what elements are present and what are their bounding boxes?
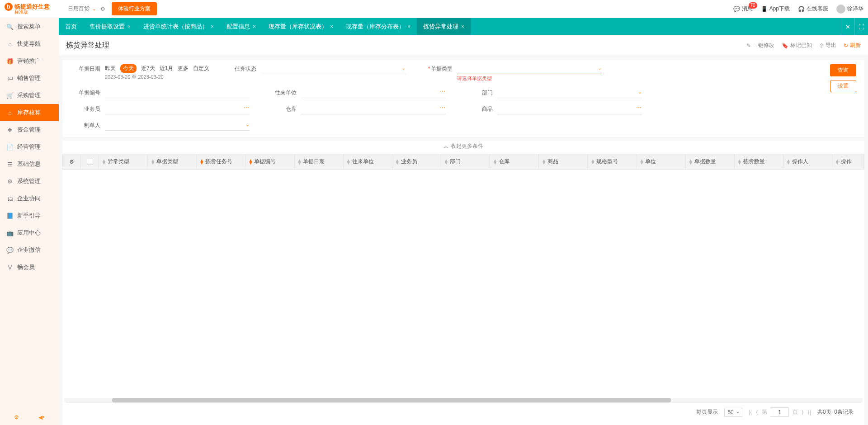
mark-known-button[interactable]: 🔖标记已知 — [782, 42, 812, 49]
tab-2[interactable]: 进货单统计表（按商品）× — [137, 18, 220, 35]
chevron-down-icon[interactable]: ⌄ — [401, 65, 406, 71]
tab-4[interactable]: 现存量（库存状况表）× — [262, 18, 340, 35]
close-icon[interactable]: × — [407, 24, 410, 30]
tab-6[interactable]: 拣货异常处理× — [417, 18, 471, 35]
first-page-button[interactable]: |⟨ — [749, 409, 752, 416]
col-header-3[interactable]: ▲▼单据编号 — [245, 154, 294, 169]
tab-close-all-button[interactable]: ✕ — [841, 18, 854, 35]
col-header-14[interactable]: ▲▼操作人 — [783, 154, 832, 169]
chevron-down-icon[interactable]: ⌄ — [638, 89, 642, 95]
col-header-8[interactable]: ▲▼仓库 — [490, 154, 539, 169]
sidebar-item-2[interactable]: 🎁营销推广 — [0, 52, 59, 70]
goods-input[interactable] — [497, 104, 642, 114]
col-header-15[interactable]: ▲▼操作 — [832, 154, 864, 169]
collapse-filters-button[interactable]: ︽ 收起更多条件 — [62, 141, 864, 154]
close-icon[interactable]: × — [461, 24, 464, 30]
sidebar-item-10[interactable]: 🗂企业协同 — [0, 190, 59, 207]
col-header-6[interactable]: ▲▼业务员 — [392, 154, 441, 169]
app-download-button[interactable]: 📱 App下载 — [761, 5, 790, 13]
last-page-button[interactable]: ⟩| — [807, 409, 811, 416]
sidebar-item-6[interactable]: ❖资金管理 — [0, 121, 59, 138]
tab-fullscreen-button[interactable]: ⛶ — [854, 18, 868, 35]
user-menu[interactable]: 徐泽华 — [836, 5, 863, 14]
export-button[interactable]: ⇪导出 — [819, 42, 836, 49]
sidebar-item-9[interactable]: ⚙系统管理 — [0, 173, 59, 190]
close-icon[interactable]: × — [211, 24, 214, 30]
ellipsis-icon[interactable]: ⋯ — [244, 104, 250, 111]
col-header-13[interactable]: ▲▼拣货数量 — [735, 154, 783, 169]
col-header-0[interactable]: ▲▼异常类型 — [99, 154, 148, 169]
sidebar-item-1[interactable]: ⌂快捷导航 — [0, 35, 59, 52]
footer-gear-icon[interactable]: ⚙ — [14, 414, 19, 420]
col-header-9[interactable]: ▲▼商品 — [539, 154, 588, 169]
chevron-down-icon[interactable]: ⌄ — [598, 65, 602, 71]
sidebar-item-11[interactable]: 📘新手引导 — [0, 207, 59, 224]
sidebar-item-label: 畅会员 — [17, 263, 35, 271]
ellipsis-icon[interactable]: ⋯ — [440, 88, 446, 94]
ellipsis-icon[interactable]: ⋯ — [440, 104, 446, 111]
online-service-button[interactable]: 🎧 在线客服 — [798, 5, 828, 13]
close-icon[interactable]: × — [253, 24, 256, 30]
date-opt-more[interactable]: 更多 — [178, 65, 189, 72]
prev-page-button[interactable]: ⟨ — [756, 409, 758, 416]
footer-collapse-icon[interactable]: ◀• — [38, 414, 44, 420]
doc-type-select[interactable] — [457, 64, 602, 74]
per-page-select[interactable]: 50 — [724, 408, 742, 417]
filter-task-status: 任务状态 ⌄ — [227, 64, 406, 82]
tab-1[interactable]: 售价提取设置× — [83, 18, 137, 35]
col-header-1[interactable]: ▲▼单据类型 — [148, 154, 197, 169]
settings-icon[interactable]: ⚙ — [100, 6, 105, 12]
col-header-2[interactable]: ▲▼拣货任务号 — [197, 154, 245, 169]
sidebar-item-3[interactable]: 🏷销售管理 — [0, 70, 59, 87]
col-header-7[interactable]: ▲▼部门 — [441, 154, 490, 169]
col-header-4[interactable]: ▲▼单据日期 — [295, 154, 344, 169]
batch-edit-button[interactable]: ✎一键修改 — [746, 42, 774, 49]
dept-select[interactable] — [497, 88, 642, 98]
horizontal-scrollbar[interactable] — [64, 398, 863, 402]
refresh-button[interactable]: ↻刷新 — [844, 42, 861, 49]
next-page-button[interactable]: ⟩ — [802, 409, 804, 416]
search-button[interactable]: 查询 — [830, 64, 856, 76]
sidebar-item-14[interactable]: V畅会员 — [0, 259, 59, 276]
date-opt-custom[interactable]: 自定义 — [193, 65, 209, 72]
date-opt-7d[interactable]: 近7天 — [141, 65, 155, 72]
industry-plan-button[interactable]: 体验行业方案 — [112, 2, 157, 15]
col-header-12[interactable]: ▲▼单据数量 — [686, 154, 735, 169]
date-opt-today[interactable]: 今天 — [120, 64, 137, 73]
message-icon: 💬 — [733, 6, 740, 12]
messages-button[interactable]: 💬 消息 70 — [733, 5, 753, 13]
task-status-select[interactable] — [261, 64, 406, 74]
operator-input[interactable] — [105, 104, 250, 114]
sidebar-item-7[interactable]: 📄经营管理 — [0, 138, 59, 156]
warehouse-input[interactable] — [301, 104, 446, 114]
col-header-10[interactable]: ▲▼规格型号 — [588, 154, 637, 169]
date-opt-yesterday[interactable]: 昨天 — [105, 65, 116, 72]
scrollbar-thumb[interactable] — [112, 398, 671, 402]
col-header-5[interactable]: ▲▼往来单位 — [344, 154, 392, 169]
partner-input[interactable] — [301, 88, 446, 98]
chevron-down-icon[interactable]: ⌄ — [245, 122, 250, 128]
tab-0[interactable]: 首页 — [59, 18, 83, 35]
tab-3[interactable]: 配置信息× — [220, 18, 262, 35]
sidebar-item-4[interactable]: 🛒采购管理 — [0, 87, 59, 104]
date-opt-1m[interactable]: 近1月 — [160, 65, 174, 72]
ellipsis-icon[interactable]: ⋯ — [636, 104, 642, 111]
page-label-pre: 第 — [762, 408, 767, 416]
creator-select[interactable] — [105, 121, 250, 131]
close-icon[interactable]: × — [330, 24, 333, 30]
table-settings-button[interactable]: ⚙ — [63, 154, 81, 169]
doc-no-input[interactable] — [105, 88, 250, 98]
sidebar-item-13[interactable]: 💬企业微信 — [0, 241, 59, 259]
sidebar-item-12[interactable]: 📺应用中心 — [0, 224, 59, 241]
page-input[interactable] — [771, 407, 789, 417]
settings-button[interactable]: 设置 — [830, 80, 856, 92]
sidebar-item-5[interactable]: ⌂库存核算 — [0, 104, 59, 121]
sidebar-item-8[interactable]: ☰基础信息 — [0, 156, 59, 173]
select-all-checkbox[interactable] — [87, 159, 93, 165]
sidebar-item-0[interactable]: 🔍搜索菜单 — [0, 18, 59, 35]
close-icon[interactable]: × — [127, 24, 131, 30]
store-selector[interactable]: 日用百货 ⌄ — [68, 5, 96, 13]
col-header-11[interactable]: ▲▼单位 — [637, 154, 686, 169]
tab-5[interactable]: 现存量（库存分布表）× — [340, 18, 417, 35]
date-quick-options: 昨天 今天 近7天 近1月 更多 自定义 — [105, 64, 209, 73]
